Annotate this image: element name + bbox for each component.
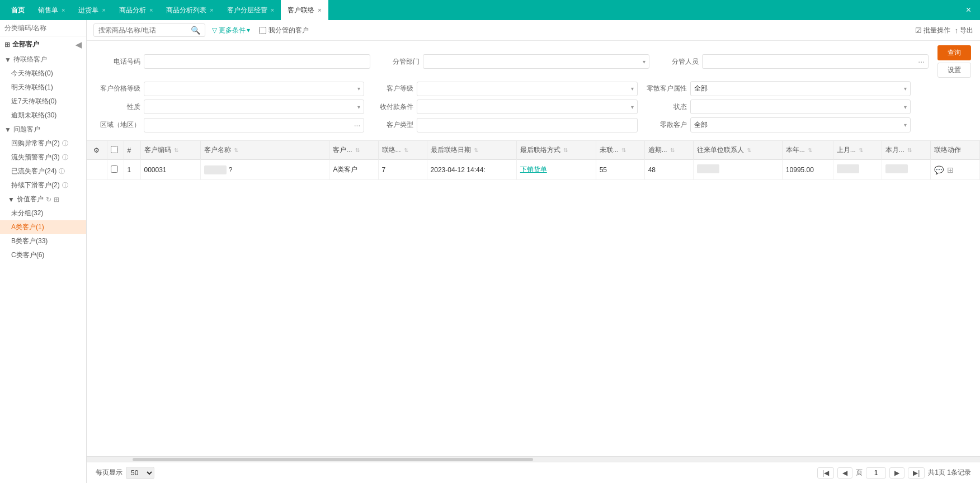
more-filters-button[interactable]: ▽ 更多条件 ▾ [212,26,250,35]
info-icon-0: ⓘ [62,139,68,148]
col-gear[interactable]: ⚙ [87,141,107,160]
sidebar-item-unclassified[interactable]: 未分组(32) [0,206,86,220]
close-customer-segment-tab[interactable]: × [271,7,274,13]
sort-contact-icon: ⇅ [404,147,408,153]
sidebar: 🔍 ⊞ 全部客户 ◀ ▼ 待联络客户 今天待联络(0) 明天待联络(1) 近7天… [0,20,87,483]
scroll-thumb[interactable] [133,458,534,461]
col-last-date[interactable]: 最后联络日期 ⇅ [427,141,516,160]
refresh-icon[interactable]: ↻ [46,196,51,203]
col-overdue[interactable]: 逾期... ⇅ [644,141,693,160]
row-select-checkbox[interactable] [111,165,118,173]
my-customers-checkbox[interactable] [259,27,266,34]
row-last-method[interactable]: 下销货单 [516,160,596,180]
payment-input[interactable]: ▾ [417,100,637,114]
horizontal-scrollbar[interactable] [87,456,980,462]
select-all-checkbox[interactable] [111,146,118,153]
col-name[interactable]: 客户名称 ⇅ [200,141,329,160]
col-type[interactable]: 客户... ⇅ [329,141,378,160]
nav-item-sales[interactable]: 销售单 × [31,0,72,20]
retail-customer-input[interactable]: 全部 ▾ [690,117,911,132]
col-no-contact[interactable]: 未联... ⇅ [596,141,644,160]
col-unit-contact[interactable]: 往来单位联系人 ⇅ [693,141,782,160]
main-search-input[interactable] [98,26,191,34]
col-code[interactable]: 客户编码 ⇅ [140,141,200,160]
close-customer-contact-tab[interactable]: × [318,7,321,13]
first-page-button[interactable]: |◀ [817,467,834,479]
manager-input[interactable]: ··· [702,54,929,69]
settings-columns-icon[interactable]: ⚙ [90,145,103,155]
problem-customer-group[interactable]: ▼ 问题客户 [0,122,86,136]
sort-unit-contact-icon: ⇅ [747,147,751,153]
nav-item-home[interactable]: 首页 [4,0,31,20]
add-group-icon[interactable]: ⊞ [54,196,59,203]
sidebar-item-churn-warning[interactable]: 流失预警客户(3) ⓘ [0,150,86,164]
batch-operation-button[interactable]: ☑ 批量操作 [915,26,950,35]
next-page-button[interactable]: ▶ [889,467,904,479]
sidebar-item-repurchase-abnormal[interactable]: 回购异常客户(2) ⓘ [0,136,86,150]
col-last-month[interactable]: 上月... ⇅ [833,141,882,160]
region-input[interactable]: ··· [144,118,364,132]
sidebar-search-input[interactable] [4,24,87,32]
sidebar-item-b-class[interactable]: B类客户(33) [0,234,86,248]
sort-code-icon: ⇅ [174,147,178,153]
collapse-sidebar-icon[interactable]: ◀ [76,40,82,49]
row-name: ? [200,160,329,180]
all-customers-header[interactable]: ⊞ 全部客户 ◀ [0,36,86,53]
col-action: 联络动作 [930,141,979,160]
sidebar-item-today[interactable]: 今天待联络(0) [0,67,86,80]
page-number-input[interactable] [866,467,886,479]
nav-item-customer-segment[interactable]: 客户分层经营 × [220,0,281,20]
sidebar-item-a-class[interactable]: A类客户(1) [0,220,86,234]
nav-item-goods[interactable]: 商品分析 × [112,0,159,20]
filter-customer-type: 客户类型 [369,118,637,132]
sidebar-item-churned[interactable]: 已流失客户(24) ⓘ [0,164,86,178]
customer-table: ⚙ # 客户编码 ⇅ 客户名称 ⇅ [87,141,980,456]
close-goods-list-tab[interactable]: × [210,7,213,13]
filter-icon: ▽ [212,26,217,34]
pending-contact-group[interactable]: ▼ 待联络客户 [0,53,86,67]
sort-this-year-icon: ⇅ [808,147,812,153]
nav-item-purchase[interactable]: 进货单 × [72,0,112,20]
nav-item-goods-list[interactable]: 商品分析列表 × [159,0,220,20]
col-this-month[interactable]: 本月... ⇅ [882,141,930,160]
row-this-year: 10995.00 [782,160,833,180]
sort-no-contact-icon: ⇅ [621,147,626,153]
close-goods-tab[interactable]: × [149,7,153,13]
close-purchase-tab[interactable]: × [102,7,105,13]
close-all-button[interactable]: × [962,5,976,15]
more-action-icon[interactable]: ⊞ [947,165,954,174]
nature-input[interactable]: ▾ [144,100,364,114]
row-gear [87,160,107,180]
row-actions: 💬 ⊞ [930,160,979,180]
status-input[interactable]: ▾ [690,100,911,114]
nav-item-customer-contact[interactable]: 客户联络 × [281,0,328,20]
price-level-input[interactable]: ▾ [144,82,364,96]
filter-row-1: 电话号码 分管部门 ▾ 分管人员 ··· 查询 设置 [96,45,971,78]
query-button[interactable]: 查询 [937,45,971,60]
sidebar-item-7days[interactable]: 近7天待联络(0) [0,94,86,108]
last-page-button[interactable]: ▶| [908,467,925,479]
page-size-select[interactable]: 50 100 200 [126,467,154,479]
customer-level-input[interactable]: ▾ [417,82,637,96]
table-header-row: ⚙ # 客户编码 ⇅ 客户名称 ⇅ [87,141,980,160]
sidebar-item-overdue[interactable]: 逾期未联络(30) [0,108,86,122]
customer-type-input[interactable] [417,118,637,132]
sidebar-item-declining[interactable]: 持续下滑客户(2) ⓘ [0,178,86,192]
col-contact[interactable]: 联络... ⇅ [378,141,427,160]
sidebar-item-c-class[interactable]: C类客户(6) [0,248,86,262]
settings-button[interactable]: 设置 [937,63,971,78]
dept-input[interactable]: ▾ [423,54,649,69]
col-this-year[interactable]: 本年... ⇅ [782,141,833,160]
col-last-method[interactable]: 最后联络方式 ⇅ [516,141,596,160]
value-arrow-icon: ▼ [8,196,15,203]
filter-action-panel: 查询 设置 [937,45,971,78]
retail-attr-input[interactable]: 全部 ▾ [690,81,911,96]
message-action-icon[interactable]: 💬 [934,165,944,174]
filter-row-3: 性质 ▾ 收付款条件 ▾ 状态 ▾ [96,100,971,114]
close-sales-tab[interactable]: × [62,7,65,13]
prev-page-button[interactable]: ◀ [837,467,852,479]
sidebar-item-tomorrow[interactable]: 明天待联络(1) [0,80,86,94]
phone-input[interactable] [144,54,370,69]
batch-icon: ☑ [915,26,922,35]
export-button[interactable]: ↑ 导出 [955,26,974,35]
